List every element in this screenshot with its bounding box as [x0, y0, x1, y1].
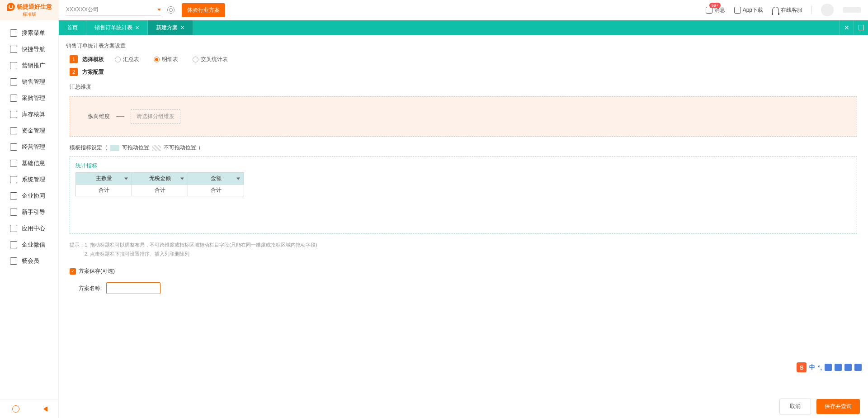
brand-logo: 畅捷通好生意 标准版: [0, 0, 59, 20]
chevron-down-icon: [180, 177, 184, 180]
table-row: 合计 合计 合计: [76, 185, 244, 196]
page-title: 销售订单统计表方案设置: [59, 35, 868, 55]
settings-icon[interactable]: [167, 6, 175, 14]
messages-link[interactable]: 消息 99+: [706, 6, 725, 14]
ime-logo-icon: S: [797, 362, 807, 372]
cancel-button[interactable]: 取消: [779, 399, 811, 414]
sidebar-item-marketing[interactable]: 营销推广: [0, 57, 58, 74]
tabs-close-all-button[interactable]: ✕: [839, 20, 854, 35]
sidebar-item-operation[interactable]: 经营管理: [0, 139, 58, 155]
sidebar-item-inventory[interactable]: 库存核算: [0, 106, 58, 123]
chevron-down-icon: [124, 177, 128, 180]
wechat-icon: [10, 241, 17, 248]
chevron-down-icon: [236, 177, 240, 180]
step-1-number: 1: [70, 55, 78, 63]
app-download-link[interactable]: App下载: [734, 6, 763, 14]
sidebar-item-quicknav[interactable]: 快捷导航: [0, 41, 58, 57]
tab-close-icon[interactable]: ✕: [180, 25, 184, 31]
axis-label: 纵向维度: [88, 113, 110, 120]
sidebar: 搜索菜单 快捷导航 营销推广 销售管理 采购管理 库存核算 资金管理 经营管理 …: [0, 20, 59, 418]
sidebar-item-search[interactable]: 搜索菜单: [0, 25, 58, 41]
ime-punct-icon[interactable]: °,: [818, 364, 822, 371]
support-label: 在线客服: [781, 6, 802, 14]
plan-name-input[interactable]: [106, 282, 160, 294]
gift-icon: [10, 62, 17, 69]
sidebar-footer: [0, 399, 59, 418]
tab-new-plan[interactable]: 新建方案✕: [148, 20, 193, 35]
save-query-button[interactable]: 保存并查询: [816, 399, 860, 414]
sidebar-item-purchase[interactable]: 采购管理: [0, 90, 58, 106]
ime-mic-icon[interactable]: [825, 364, 832, 371]
support-link[interactable]: 在线客服: [772, 6, 802, 14]
sidebar-item-guide[interactable]: 新手引导: [0, 204, 58, 220]
tab-close-icon[interactable]: ✕: [135, 25, 139, 31]
ime-keyboard-icon[interactable]: [835, 364, 842, 371]
try-industry-button[interactable]: 体验行业方案: [182, 3, 225, 17]
checkbox-checked-icon: ✓: [70, 268, 76, 275]
footer-bar: 取消 保存并查询: [59, 394, 868, 418]
ime-toolbar[interactable]: S 中 °,: [794, 362, 864, 373]
play-icon: [10, 209, 17, 216]
step-2-row: 2 方案配置: [59, 68, 868, 81]
draggable-swatch: [110, 145, 119, 151]
step-2-number: 2: [70, 68, 78, 76]
apps-icon: [10, 225, 17, 232]
col-amount-notax[interactable]: 无税金额: [132, 173, 188, 185]
fullscreen-button[interactable]: [854, 20, 868, 35]
tab-report[interactable]: 销售订单统计表✕: [86, 20, 148, 35]
step-2-label: 方案配置: [82, 68, 104, 76]
dimension-title: 汇总维度: [70, 81, 857, 94]
ime-skin-icon[interactable]: [844, 364, 852, 371]
indicator-table-wrap: 统计指标 主数量 无税金额 金额 合计 合计 合计: [70, 156, 857, 234]
app-label: App下载: [743, 6, 763, 14]
col-amount[interactable]: 金额: [188, 173, 244, 185]
ime-toolbox-icon[interactable]: [854, 364, 862, 371]
team-icon: [10, 192, 17, 200]
sidebar-item-member[interactable]: 畅会员: [0, 253, 58, 269]
hint-block: 提示：1. 拖动标题栏可以调整布局，不可跨维度或指标区域拖动栏目字段(只能在同一…: [70, 240, 857, 258]
avatar[interactable]: [821, 4, 834, 16]
col-quantity[interactable]: 主数量: [76, 173, 132, 185]
dash-icon: [116, 116, 124, 117]
indicator-title: 统计指标: [75, 162, 851, 170]
company-select[interactable]: XXXXXX公司: [66, 4, 161, 16]
radio-cross[interactable]: 交叉统计表: [193, 56, 228, 63]
headset-icon: [772, 7, 779, 14]
group-dimension-select[interactable]: 请选择分组维度: [131, 109, 180, 124]
sidebar-item-appcenter[interactable]: 应用中心: [0, 220, 58, 237]
sidebar-item-wechat[interactable]: 企业微信: [0, 237, 58, 253]
radio-detail[interactable]: 明细表: [154, 56, 178, 63]
brand-sub: 标准版: [23, 11, 36, 18]
non-draggable-swatch: [152, 145, 161, 151]
gear-icon: [10, 176, 17, 183]
company-name: XXXXXX公司: [66, 6, 99, 14]
topbar: XXXXXX公司 体验行业方案 消息 99+ App下载 在线客服: [59, 0, 868, 20]
username-placeholder: [843, 7, 861, 13]
indicator-table: 主数量 无税金额 金额 合计 合计 合计: [75, 172, 244, 196]
vip-icon: [10, 257, 17, 265]
sidebar-collapse-icon[interactable]: [43, 407, 47, 411]
sidebar-item-system[interactable]: 系统管理: [0, 171, 58, 188]
sidebar-item-collab[interactable]: 企业协同: [0, 188, 58, 204]
tab-home[interactable]: 首页: [59, 20, 86, 35]
compass-icon: [10, 46, 17, 53]
brand-icon: [7, 3, 15, 11]
tabbar: 首页 销售订单统计表✕ 新建方案✕ ✕: [59, 20, 868, 35]
chevron-down-icon: [157, 9, 161, 11]
sidebar-item-baseinfo[interactable]: 基础信息: [0, 155, 58, 171]
sidebar-settings-icon[interactable]: [12, 405, 19, 413]
step-1-label: 选择模板: [82, 56, 104, 63]
bag-icon: [10, 95, 17, 102]
sidebar-item-sales[interactable]: 销售管理: [0, 74, 58, 90]
list-icon: [10, 160, 17, 167]
step-1-row: 1 选择模板 汇总表 明细表 交叉统计表: [59, 55, 868, 68]
legend-row: 模板指标设定（ 可拖动位置 不可拖动位置 ）: [70, 144, 857, 152]
sidebar-item-finance[interactable]: 资金管理: [0, 123, 58, 139]
save-plan-checkbox[interactable]: ✓ 方案保存(可选): [70, 267, 857, 275]
dimension-box: 纵向维度 请选择分组维度: [70, 96, 857, 137]
content: 销售订单统计表方案设置 1 选择模板 汇总表 明细表 交叉统计表 2 方案配置 …: [59, 35, 868, 418]
messages-badge: 99+: [709, 3, 721, 8]
radio-summary[interactable]: 汇总表: [115, 56, 139, 63]
divider: [811, 6, 812, 14]
ime-lang[interactable]: 中: [809, 363, 815, 371]
